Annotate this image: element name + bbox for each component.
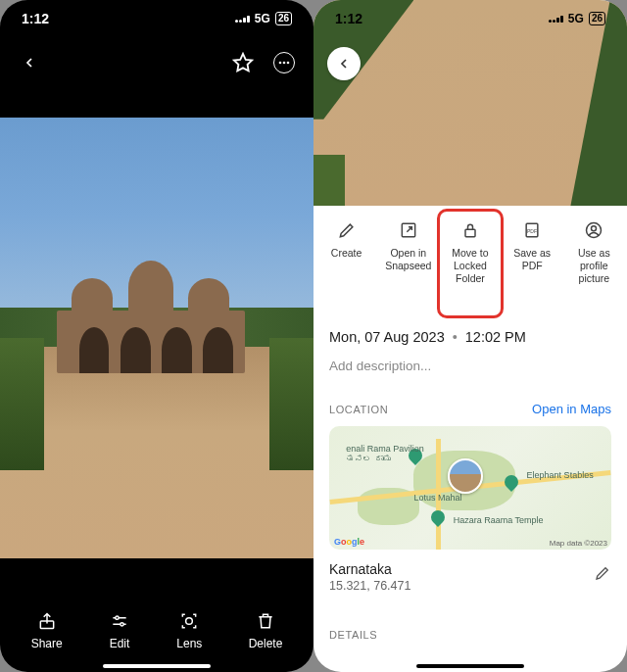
details-heading: DETAILS	[329, 629, 377, 641]
svg-point-2	[283, 62, 286, 65]
edit-sliders-icon	[109, 610, 130, 632]
map-poi: Lotus Mahal	[413, 493, 461, 503]
svg-point-3	[287, 62, 290, 65]
back-button[interactable]	[327, 47, 361, 80]
map-poi: Hazara Raama Temple	[454, 515, 544, 525]
lens-label: Lens	[176, 637, 202, 650]
chevron-left-icon	[336, 56, 352, 72]
status-right: 5G 26	[235, 12, 292, 25]
status-bar: 1:12 5G 26	[314, 0, 627, 37]
create-action[interactable]: Create	[318, 219, 375, 285]
photo-viewer-screen: 1:12 5G 26	[0, 0, 314, 672]
create-label: Create	[331, 247, 362, 260]
open-in-maps-link[interactable]: Open in Maps	[532, 402, 611, 416]
status-time: 1:12	[22, 11, 49, 26]
map-poi-sub: ತನಲ ರಾಮ	[346, 454, 392, 463]
photo-time: 12:02 PM	[465, 329, 526, 345]
meta-section: Mon, 07 Aug 2023 • 12:02 PM Add descript…	[329, 329, 611, 373]
lens-button[interactable]: Lens	[176, 610, 202, 650]
pencil-icon	[594, 564, 611, 582]
open-external-icon	[398, 219, 419, 241]
map-pin-icon	[428, 507, 448, 527]
delete-button[interactable]: Delete	[249, 610, 283, 650]
share-button[interactable]: Share	[31, 610, 63, 650]
separator-dot: •	[453, 329, 458, 345]
viewer-top-bar	[0, 43, 314, 82]
status-bar: 1:12 5G 26	[0, 0, 314, 37]
map-photo-marker	[448, 458, 483, 494]
save-pdf-action[interactable]: PDF Save as PDF	[504, 219, 560, 285]
map-poi: enali Rama Pavilion	[346, 444, 424, 454]
svg-point-8	[121, 623, 123, 626]
map-credit: Map data ©2023	[550, 539, 607, 548]
description-input[interactable]: Add description...	[329, 359, 611, 373]
profile-label: Use as profile picture	[565, 247, 622, 285]
signal-icon	[235, 16, 250, 23]
delete-label: Delete	[249, 637, 283, 650]
viewer-toolbar: Share Edit Lens Delete	[0, 604, 314, 656]
network-label: 5G	[568, 12, 584, 25]
share-icon	[36, 610, 58, 632]
trash-icon	[255, 610, 276, 632]
signal-icon	[549, 16, 563, 23]
more-options-button[interactable]	[270, 49, 298, 76]
profile-picture-action[interactable]: Use as profile picture	[565, 219, 622, 285]
share-label: Share	[31, 637, 63, 650]
status-time: 1:12	[335, 11, 362, 26]
photo-date: Mon, 07 Aug 2023	[329, 329, 445, 345]
home-indicator[interactable]	[416, 664, 524, 668]
svg-point-15	[592, 226, 597, 231]
map-poi: Elephant Stables	[527, 470, 594, 480]
person-circle-icon	[583, 219, 604, 241]
edit-location-button[interactable]	[594, 564, 611, 582]
edit-button[interactable]: Edit	[109, 610, 130, 650]
open-snapseed-action[interactable]: Open in Snapseed	[380, 219, 437, 285]
snapseed-label: Open in Snapseed	[380, 247, 437, 272]
pencil-icon	[336, 219, 358, 241]
location-section: LOCATION Open in Maps enali Rama Pavilio…	[329, 402, 611, 593]
google-logo: Google	[334, 537, 364, 547]
tutorial-highlight	[437, 209, 504, 318]
place-name: Karnataka	[329, 561, 410, 577]
svg-point-9	[186, 618, 193, 625]
battery-icon: 26	[275, 12, 292, 25]
svg-point-1	[279, 62, 282, 65]
location-heading: LOCATION	[329, 404, 388, 415]
date-time-row[interactable]: Mon, 07 Aug 2023 • 12:02 PM	[329, 329, 611, 345]
svg-point-7	[116, 616, 119, 619]
status-right: 5G 26	[549, 12, 605, 25]
svg-text:PDF: PDF	[527, 228, 537, 234]
lens-icon	[178, 610, 200, 632]
home-indicator[interactable]	[103, 664, 211, 668]
photo-info-screen: 1:12 5G 26 Create Open in Snapseed Move	[314, 0, 627, 672]
pdf-label: Save as PDF	[504, 247, 560, 272]
battery-icon: 26	[589, 12, 605, 25]
edit-label: Edit	[110, 637, 130, 650]
network-label: 5G	[255, 12, 270, 25]
favorite-star-button[interactable]	[229, 49, 257, 76]
pdf-icon: PDF	[521, 219, 543, 241]
main-photo[interactable]	[0, 118, 314, 558]
more-icon	[273, 52, 295, 73]
svg-marker-0	[234, 54, 252, 71]
map-thumbnail[interactable]: enali Rama Pavilionತನಲ ರಾಮ Elephant Stab…	[329, 426, 611, 550]
place-coordinates: 15.321, 76.471	[329, 579, 410, 593]
back-button[interactable]	[16, 49, 43, 76]
